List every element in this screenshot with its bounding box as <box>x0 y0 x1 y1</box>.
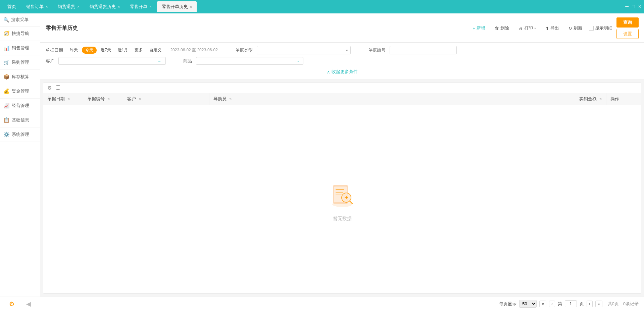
export-button[interactable]: ⬆ 导出 <box>543 24 562 33</box>
tab-home[interactable]: 首页 <box>3 1 21 12</box>
goods-input-wrapper: ··· <box>196 57 303 65</box>
date-range-text: 2023-06-02 至 2023-06-02 <box>170 47 217 53</box>
sidebar-collapse-icon[interactable]: ◀ <box>26 300 31 308</box>
sidebar-item-basic-info[interactable]: 📋 基础信息 <box>0 113 40 127</box>
goods-ellipsis-btn[interactable]: ··· <box>294 58 300 63</box>
goods-input[interactable] <box>199 58 294 63</box>
refresh-icon: ↻ <box>568 26 572 31</box>
date-btn-today[interactable]: 今天 <box>82 47 97 54</box>
export-label: 导出 <box>550 25 559 31</box>
sidebar-item-purchase-mgmt-label: 采购管理 <box>12 59 29 65</box>
sidebar-item-purchase-mgmt[interactable]: 🛒 采购管理 <box>0 55 40 70</box>
print-icon: 🖨 <box>518 26 523 31</box>
table-settings-icon[interactable]: ⚙ <box>47 85 52 91</box>
tab-sales-return[interactable]: 销货退货 × <box>53 1 84 12</box>
display-col-label: 显示明细 <box>595 25 612 31</box>
tab-sales-order[interactable]: 销售订单 × <box>21 1 52 12</box>
data-table: 单据日期 ⇅ 单据编号 ⇅ 客户 ⇅ 导购员 ⇅ <box>43 93 641 105</box>
empty-text: 暂无数据 <box>333 216 352 222</box>
content-area: 零售开单历史 + 新增 🗑 删除 🖨 打印 ▾ ⬆ 导出 <box>40 13 644 311</box>
tab-retail-history-close[interactable]: × <box>190 5 192 9</box>
date-filter-label: 单据日期 <box>46 47 63 53</box>
table-area: ⚙ 单据日期 ⇅ 单据编号 ⇅ <box>43 83 641 294</box>
date-btn-yesterday[interactable]: 昨天 <box>67 47 81 54</box>
prev-page-button[interactable]: ‹ <box>549 301 555 307</box>
add-icon: + <box>473 26 475 31</box>
col-customer-sort[interactable]: ⇅ <box>139 97 141 101</box>
sidebar-item-inventory[interactable]: 📦 库存核算 <box>0 70 40 84</box>
tab-retail-open-close[interactable]: × <box>149 5 151 9</box>
col-action: 操作 <box>606 93 641 105</box>
sys-mgmt-icon: ⚙️ <box>3 132 10 138</box>
first-page-button[interactable]: « <box>539 301 546 307</box>
filter-row-1: 单据日期 昨天 今天 近7天 近1月 更多 自定义 2023-06-02 至 2… <box>46 46 639 54</box>
display-col-button[interactable]: 显示明细 <box>589 25 612 31</box>
sidebar-item-quick-nav-label: 快捷导航 <box>12 31 29 37</box>
tab-home-label: 首页 <box>7 4 16 10</box>
sidebar-item-operations-label: 经营管理 <box>12 103 29 109</box>
window-close[interactable]: × <box>638 4 641 10</box>
doc-no-label: 单据编号 <box>368 47 386 53</box>
page-suffix: 页 <box>580 301 584 307</box>
col-guide-label: 导购员 <box>213 96 227 101</box>
date-btn-more[interactable]: 更多 <box>132 47 145 54</box>
sidebar-item-finance-label: 资金管理 <box>12 88 29 94</box>
collapse-arrow-icon: ∧ <box>327 69 330 74</box>
page-number-input[interactable]: 1 <box>565 300 577 307</box>
col-doc-date-sort[interactable]: ⇅ <box>67 97 70 101</box>
col-doc-no-sort[interactable]: ⇅ <box>107 97 110 101</box>
sidebar-item-sales-mgmt[interactable]: 📊 销售管理 <box>0 41 40 55</box>
col-guide: 导购员 ⇅ <box>209 93 261 105</box>
col-actual-amount-sort[interactable]: ⇅ <box>599 97 602 101</box>
add-button[interactable]: + 新增 <box>470 24 488 33</box>
sidebar-item-operations[interactable]: 📈 经营管理 <box>0 99 40 113</box>
set-button[interactable]: 设置 <box>616 29 639 39</box>
col-actual-amount: 实销金额 ⇅ <box>261 93 606 105</box>
tab-retail-history-label: 零售开单历史 <box>162 4 188 10</box>
window-minimize[interactable]: ─ <box>625 4 629 10</box>
tab-retail-open[interactable]: 零售开单 × <box>125 1 156 12</box>
export-icon: ⬆ <box>545 26 549 31</box>
sidebar-item-finance[interactable]: 💰 资金管理 <box>0 84 40 99</box>
select-all-checkbox[interactable] <box>56 85 60 90</box>
empty-icon <box>326 177 359 210</box>
tab-sales-order-close[interactable]: × <box>46 5 48 9</box>
col-guide-sort[interactable]: ⇅ <box>229 97 232 101</box>
last-page-button[interactable]: » <box>595 301 602 307</box>
next-page-button[interactable]: › <box>587 301 593 307</box>
sidebar-search[interactable]: 🔍 搜索采单 <box>0 13 40 27</box>
query-button[interactable]: 查询 <box>616 17 639 28</box>
delete-button[interactable]: 🗑 删除 <box>492 24 512 33</box>
col-action-label: 操作 <box>610 96 619 101</box>
inventory-icon: 📦 <box>3 74 10 80</box>
refresh-button[interactable]: ↻ 刷新 <box>566 24 585 33</box>
sidebar-item-sys-mgmt[interactable]: ⚙️ 系统管理 <box>0 127 40 142</box>
goods-filter-label: 商品 <box>183 58 192 64</box>
customer-ellipsis-btn[interactable]: ··· <box>156 58 163 63</box>
date-btn-custom[interactable]: 自定义 <box>147 47 164 54</box>
pagination: 每页显示 50 20 100 200 « ‹ 第 1 页 › » 共0页，0条记… <box>40 296 644 311</box>
filter-bar: 单据日期 昨天 今天 近7天 近1月 更多 自定义 2023-06-02 至 2… <box>40 43 644 80</box>
doc-type-select[interactable] <box>257 46 351 54</box>
tab-retail-history[interactable]: 零售开单历史 × <box>157 1 197 12</box>
col-doc-date: 单据日期 ⇅ <box>43 93 83 105</box>
collapse-more-btn[interactable]: ∧ 收起更多条件 <box>46 67 639 76</box>
page-title: 零售开单历史 <box>46 25 78 35</box>
sidebar-item-inventory-label: 库存核算 <box>12 74 29 80</box>
date-btn-last7[interactable]: 近7天 <box>98 47 114 54</box>
tab-sales-return-history[interactable]: 销货退货历史 × <box>85 1 125 12</box>
customer-input[interactable] <box>61 58 156 63</box>
empty-state: 暂无数据 <box>43 105 641 293</box>
col-doc-no: 单据编号 ⇅ <box>83 93 123 105</box>
window-maximize[interactable]: □ <box>632 4 635 10</box>
sidebar-settings-icon[interactable]: ⚙ <box>9 300 14 308</box>
col-customer: 客户 ⇅ <box>123 93 209 105</box>
tab-sales-return-close[interactable]: × <box>77 5 79 9</box>
basic-info-icon: 📋 <box>3 117 10 123</box>
print-button[interactable]: 🖨 打印 ▾ <box>516 24 539 33</box>
doc-no-input[interactable] <box>390 46 457 54</box>
sidebar-item-quick-nav[interactable]: 🧭 快捷导航 <box>0 27 40 41</box>
tab-sales-return-history-close[interactable]: × <box>118 5 120 9</box>
date-btn-last-month[interactable]: 近1月 <box>115 47 131 54</box>
per-page-select[interactable]: 50 20 100 200 <box>519 300 537 308</box>
